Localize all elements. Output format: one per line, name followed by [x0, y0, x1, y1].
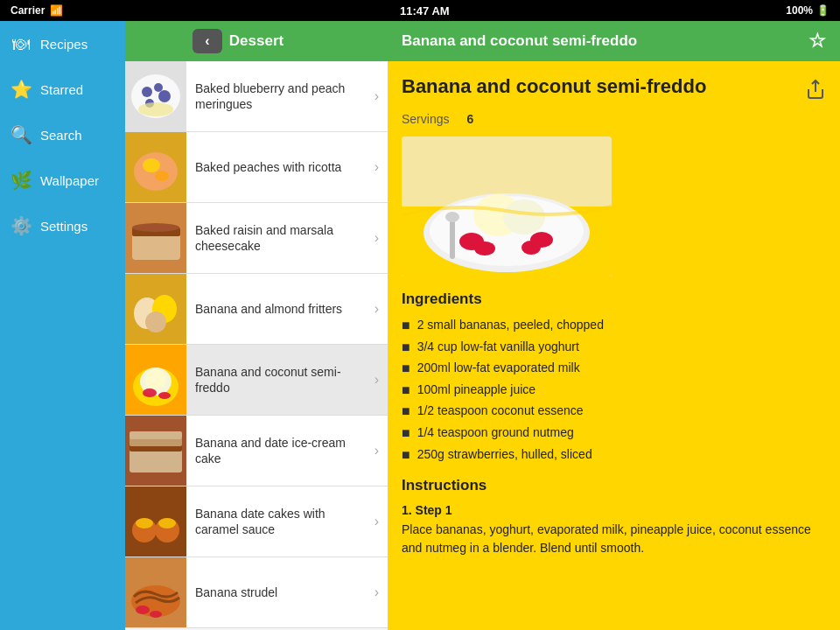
servings-row: Servings 6 — [402, 112, 826, 126]
back-button[interactable]: ‹ — [192, 29, 222, 53]
recipe-name: Baked peaches with ricotta — [186, 152, 374, 182]
list-item[interactable]: Baked peaches with ricotta › — [125, 132, 388, 203]
ingredient-text: 1/2 teaspoon coconut essence — [417, 402, 584, 420]
sidebar-item-wallpaper-label: Wallpaper — [40, 173, 99, 188]
star-icon: ⭐ — [10, 79, 32, 100]
star-button[interactable]: ☆ — [808, 30, 826, 52]
ingredient-item: ■200ml low-fat evaporated milk — [402, 360, 826, 377]
ingredient-item: ■250g strawberries, hulled, sliced — [402, 446, 826, 464]
wifi-icon: 📶 — [50, 4, 63, 17]
detail-panel: Banana and coconut semi-freddo ☆ Banana … — [388, 21, 840, 630]
list-item[interactable]: Banana and date ice-cream cake › — [125, 416, 388, 486]
svg-point-33 — [136, 518, 153, 528]
sidebar-item-recipes-label: Recipes — [40, 37, 88, 52]
chevron-right-icon: › — [374, 443, 388, 458]
back-icon: ‹ — [205, 33, 209, 49]
ingredient-item: ■3/4 cup low-fat vanilla yoghurt — [402, 339, 826, 356]
status-right: 100% 🔋 — [786, 4, 830, 17]
recipe-name: Banana date cakes with caramel sauce — [186, 499, 374, 544]
chevron-right-icon: › — [374, 301, 388, 317]
share-icon — [805, 79, 826, 100]
thumbnail-image — [125, 557, 186, 627]
status-left: Carrier 📶 — [10, 4, 63, 17]
sidebar-item-search-label: Search — [40, 128, 82, 143]
bullet-icon: ■ — [402, 382, 410, 398]
chevron-right-icon: › — [374, 584, 388, 600]
recipe-photo — [402, 136, 612, 276]
svg-point-47 — [474, 242, 495, 256]
list-item[interactable]: Banana strudel › — [125, 557, 388, 628]
recipe-thumbnail — [125, 132, 186, 202]
list-item[interactable]: Baked blueberry and peach meringues › — [125, 61, 388, 132]
svg-point-4 — [158, 90, 171, 102]
sidebar-item-settings[interactable]: ⚙️ Settings — [0, 203, 125, 248]
step-1-label: 1. Step 1 — [402, 503, 826, 517]
thumbnail-image — [125, 203, 186, 273]
status-bar: Carrier 📶 11:47 AM 100% 🔋 — [0, 0, 840, 21]
step-1-text: Place bananas, yoghurt, evaporated milk,… — [402, 521, 826, 557]
svg-point-10 — [155, 171, 169, 181]
list-item[interactable]: Banana and almond fritters › — [125, 274, 388, 345]
svg-rect-30 — [125, 486, 186, 556]
app-container: 🍽 Recipes ⭐ Starred 🔍 Search 🌿 Wallpaper… — [0, 21, 840, 630]
detail-header: Banana and coconut semi-freddo ☆ — [388, 21, 840, 61]
carrier-label: Carrier — [10, 4, 45, 17]
ingredient-text: 3/4 cup low-fat vanilla yoghurt — [417, 339, 579, 356]
svg-point-51 — [445, 212, 459, 222]
recipe-detail-title: Banana and coconut semi-freddo — [402, 75, 706, 98]
category-title: Dessert — [229, 32, 284, 50]
chevron-right-icon: › — [374, 514, 388, 529]
svg-point-24 — [158, 392, 171, 399]
svg-point-18 — [145, 312, 166, 332]
bullet-icon: ■ — [402, 402, 410, 419]
settings-icon: ⚙️ — [10, 215, 32, 236]
sidebar-item-search[interactable]: 🔍 Search — [0, 112, 125, 158]
recipe-thumbnail — [125, 557, 186, 627]
svg-point-14 — [132, 223, 179, 232]
detail-header-title: Banana and coconut semi-freddo — [402, 32, 637, 50]
svg-point-37 — [136, 606, 150, 614]
sidebar-item-wallpaper[interactable]: 🌿 Wallpaper — [0, 158, 125, 203]
recipe-image — [402, 136, 612, 276]
ingredient-list: ■2 small bananas, peeled, chopped■3/4 cu… — [402, 317, 826, 463]
thumbnail-image — [125, 274, 186, 344]
ingredients-section-title: Ingredients — [402, 290, 826, 308]
list-item[interactable]: Baked raisin and marsala cheesecake › — [125, 203, 388, 274]
recipes-icon: 🍽 — [10, 33, 32, 54]
recipe-thumbnail — [125, 274, 186, 344]
sidebar-item-settings-label: Settings — [40, 219, 88, 234]
sidebar-item-starred[interactable]: ⭐ Starred — [0, 66, 125, 112]
battery-icon: 🔋 — [816, 4, 830, 17]
svg-rect-50 — [450, 220, 455, 259]
svg-point-38 — [150, 611, 162, 618]
ingredient-text: 2 small bananas, peeled, chopped — [417, 317, 604, 334]
list-item[interactable]: Banana date cakes with caramel sauce › — [125, 486, 388, 557]
svg-point-3 — [154, 83, 163, 92]
recipe-name: Banana and almond fritters — [186, 294, 374, 324]
ingredient-item: ■1/4 teaspoon ground nutmeg — [402, 424, 826, 442]
bullet-icon: ■ — [402, 424, 410, 441]
bullet-icon: ■ — [402, 360, 410, 376]
wallpaper-icon: 🌿 — [10, 170, 32, 191]
ingredient-text: 1/4 teaspoon ground nutmeg — [417, 424, 574, 442]
thumbnail-image — [125, 61, 186, 131]
thumbnail-image — [125, 132, 186, 202]
svg-point-8 — [134, 152, 178, 191]
detail-content: Banana and coconut semi-freddo Servings … — [388, 61, 840, 630]
recipe-list-panel: ‹ Dessert Baked b — [125, 21, 388, 630]
recipe-name: Baked raisin and marsala cheesecake — [186, 215, 374, 261]
recipe-list: Baked blueberry and peach meringues › Ba… — [125, 61, 388, 630]
list-item[interactable]: Banana and coconut semi-freddo › — [125, 345, 388, 416]
recipe-thumbnail — [125, 345, 186, 415]
share-button[interactable] — [805, 79, 826, 105]
ingredient-item: ■1/2 teaspoon coconut essence — [402, 402, 826, 420]
sidebar-item-recipes[interactable]: 🍽 Recipes — [0, 21, 125, 66]
ingredient-text: 250g strawberries, hulled, sliced — [417, 446, 592, 464]
sidebar-item-starred-label: Starred — [40, 82, 83, 97]
thumbnail-image — [125, 345, 186, 415]
chevron-right-icon: › — [374, 88, 388, 104]
bullet-icon: ■ — [402, 317, 410, 333]
step-1: 1. Step 1 Place bananas, yoghurt, evapor… — [402, 503, 826, 557]
chevron-right-icon: › — [374, 372, 388, 388]
ingredient-text: 100ml pineapple juice — [417, 382, 536, 399]
